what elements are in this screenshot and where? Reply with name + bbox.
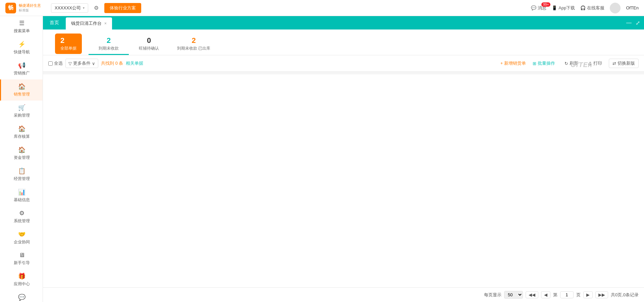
app-download-item[interactable]: 📱 App下载 (552, 5, 575, 11)
per-page-label: 每页显示 (484, 292, 501, 298)
filter-label: 更多条件 (73, 60, 91, 66)
sidebar-item-label: 库存核算 (14, 134, 30, 139)
stats-tab-all-inner: 2 全部单据 (55, 34, 82, 54)
sidebar-item-marketing[interactable]: 📢 营销推广 (0, 58, 43, 79)
company-selector[interactable]: XXXXXX公司 ▾ (51, 3, 88, 13)
enterprise-icon: 🤝 (18, 231, 25, 238)
tab-bar-actions: — ⤢ (625, 18, 644, 27)
sidebar-item-label: 基础信息 (14, 197, 30, 203)
headset-icon: 🎧 (580, 5, 586, 10)
logo-area: 畅 畅捷通好生意 标准版 (5, 3, 48, 13)
avatar[interactable] (610, 3, 621, 13)
sidebar-item-inventory[interactable]: 🏠 库存核算 (0, 122, 43, 143)
sidebar-item-system[interactable]: ⚙ 系统管理 (0, 206, 43, 227)
sidebar-item-enterprise[interactable]: 🤝 企业协同 (0, 227, 43, 248)
last-page-button[interactable]: ▶▶ (595, 291, 608, 298)
sidebar-item-guide[interactable]: 🖥 新手引导 (0, 248, 43, 269)
refresh-button[interactable]: ↻ 刷新 (562, 59, 581, 68)
app-download-icon: 📱 (552, 5, 557, 10)
pagination-bar: 每页显示 50 100 200 ◀◀ ◀ 第 1 页 ▶ ▶▶ 共0页,0条记录 (43, 287, 644, 302)
message-badge: 99+ (541, 2, 550, 7)
stats-tab-pending-count: 0 (147, 36, 151, 45)
new-order-button[interactable]: + 新增销货单 (500, 60, 526, 66)
next-page-button[interactable]: ▶ (583, 291, 593, 298)
sidebar-item-wechat[interactable]: 💬 企业微信 (0, 290, 43, 302)
refresh-icon: ↻ (565, 61, 568, 66)
sidebar-item-basic-info[interactable]: 📊 基础信息 (0, 185, 43, 206)
sidebar-item-label: 企业协同 (14, 239, 30, 245)
per-page-select[interactable]: 50 100 200 (504, 291, 523, 299)
stats-tabs: 2 全部单据 2 到期未收款 0 旺辅待确认 2 到期未收款 已出库 (43, 29, 644, 55)
batch-operation-button[interactable]: ⊞ 批量操作 (530, 59, 558, 68)
tab-minimize-button[interactable]: — (625, 18, 633, 27)
page-suffix: 页 (576, 292, 581, 298)
stats-tab-all[interactable]: 2 全部单据 (48, 34, 89, 55)
batch-icon: ⊞ (533, 61, 536, 66)
avatar-name[interactable]: OfTEn (626, 5, 639, 10)
company-name: XXXXXX公司 (55, 5, 81, 11)
stats-tab-pending[interactable]: 0 旺辅待确认 (129, 34, 169, 55)
sidebar-item-label: 营销推广 (14, 70, 30, 76)
top-header: 畅 畅捷通好生意 标准版 XXXXXX公司 ▾ ⚙ 体验行业方案 💬 消息 99… (0, 0, 644, 16)
stats-tab-pending-label: 旺辅待确认 (139, 46, 159, 51)
sidebar-item-search-menu[interactable]: ☰ 搜索菜单 (0, 16, 43, 37)
stats-tab-overdue[interactable]: 2 到期未收款 (89, 34, 129, 55)
select-all-label: 全选 (54, 60, 63, 66)
sidebar-item-app-center[interactable]: 🎁 应用中心 (0, 269, 43, 290)
stats-tab-all-label: 全部单据 (60, 46, 76, 51)
sidebar-item-label: 系统管理 (14, 218, 30, 224)
trial-button[interactable]: 体验行业方案 (104, 3, 141, 13)
tab-maximize-button[interactable]: ⤢ (634, 18, 641, 27)
switch-icon: ⇄ (612, 61, 616, 66)
stats-tab-overdue-count: 2 (107, 36, 111, 45)
sidebar-item-quick-nav[interactable]: ⚡ 快捷导航 (0, 37, 43, 58)
sales-icon: 🏠 (18, 83, 25, 90)
sidebar-item-label: 新手引导 (14, 260, 30, 266)
filter-arrow-icon: ∨ (92, 61, 95, 66)
found-count-text: 共找到 0 条 (101, 60, 123, 66)
tab-home[interactable]: 首页 (43, 16, 66, 29)
select-all-checkbox[interactable] (48, 61, 53, 66)
logo-title: 畅捷通好生意 (19, 3, 41, 8)
message-icon: 💬 (531, 5, 536, 10)
switch-version-button[interactable]: ⇄ 切换新版 (609, 59, 639, 68)
filter-icon: ▽ (68, 61, 72, 66)
sidebar-item-purchase[interactable]: 🛒 采购管理 (0, 101, 43, 122)
print-label: 打印 (593, 60, 602, 66)
settings-icon[interactable]: ⚙ (91, 3, 102, 13)
sidebar-item-label: 采购管理 (14, 113, 30, 118)
more-filter-button[interactable]: ▽ 更多条件 ∨ (65, 59, 98, 68)
table-area (43, 74, 644, 287)
main-layout: ☰ 搜索菜单 ⚡ 快捷导航 📢 营销推广 🏠 销售管理 🛒 采购管理 🏠 库存核… (0, 16, 644, 302)
page-number-input[interactable]: 1 (560, 291, 574, 298)
sidebar-item-finance[interactable]: 🏠 资金管理 (0, 143, 43, 164)
basic-info-icon: 📊 (18, 188, 25, 196)
print-button[interactable]: 🖨 打印 (585, 59, 605, 68)
prev-page-button[interactable]: ◀ (541, 291, 550, 298)
print-icon: 🖨 (588, 61, 592, 66)
refresh-label: 刷新 (570, 60, 578, 66)
stats-tab-unshipped-count: 2 (192, 36, 196, 45)
stats-tab-unshipped[interactable]: 2 到期未收款 已出库 (169, 34, 218, 55)
purchase-icon: 🛒 (18, 104, 25, 111)
related-link[interactable]: 相关单据 (126, 60, 143, 66)
header-right: 💬 消息 99+ 📱 App下载 🎧 在线客服 OfTEn (531, 3, 639, 13)
sidebar-item-operations[interactable]: 📋 经营管理 (0, 164, 43, 185)
sidebar-item-label: 搜索菜单 (14, 28, 30, 34)
app-center-icon: 🎁 (18, 273, 25, 280)
system-icon: ⚙ (19, 209, 24, 217)
online-service-label: 在线客服 (587, 5, 604, 11)
marketing-icon: 📢 (18, 62, 25, 69)
sidebar-item-sales[interactable]: 🏠 销售管理 (0, 79, 43, 101)
stats-tab-unshipped-label: 到期未收款 已出库 (177, 46, 210, 51)
total-info: 共0页,0条记录 (611, 292, 639, 298)
message-item[interactable]: 💬 消息 99+ (531, 5, 546, 11)
found-count-number: 0 (115, 61, 118, 66)
sidebar: ☰ 搜索菜单 ⚡ 快捷导航 📢 营销推广 🏠 销售管理 🛒 采购管理 🏠 库存核… (0, 16, 43, 302)
online-service-item[interactable]: 🎧 在线客服 (580, 5, 604, 11)
tab-close-icon[interactable]: × (104, 21, 107, 26)
first-page-button[interactable]: ◀◀ (526, 291, 538, 298)
tab-active[interactable]: 钱货日清工作台 × (66, 17, 112, 29)
select-all-checkbox-label[interactable]: 全选 (48, 60, 63, 66)
guide-icon: 🖥 (19, 252, 25, 259)
